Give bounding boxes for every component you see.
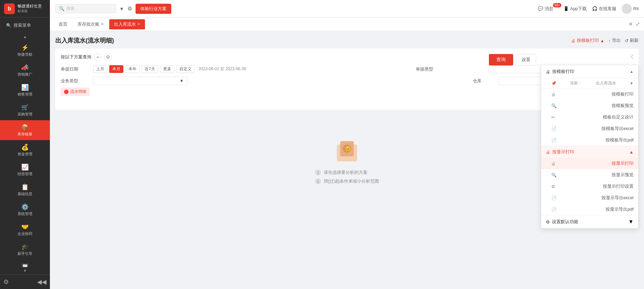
dropdown-current-arrow: ▼: [630, 81, 634, 86]
set-default-label: 设置默认功能: [552, 219, 578, 225]
sidebar-item-marketing[interactable]: 📣 营销推广: [0, 60, 50, 80]
template-print-button[interactable]: 🖨 按模板打印 ▲: [571, 37, 605, 44]
sidebar-item-inventory[interactable]: 📦 库存核算: [0, 120, 50, 140]
topbar: 🔍 搜索 ▼ ⚙ 体验行业方案 💬 消息 99+ 📱 App下载 🎧 在线客服: [50, 0, 644, 18]
step1-text: 请先选择要分析的方案: [324, 169, 368, 176]
empty-step-1: 1 请先选择要分析的方案: [315, 169, 379, 176]
app-title: 畅捷通好生意: [18, 4, 42, 9]
biz-label-area: 业务类型: [61, 78, 88, 84]
flow-tag: 🔴 流水明细: [61, 88, 89, 96]
footer-settings-icon[interactable]: ⚙: [3, 278, 9, 286]
template-custom-design-item[interactable]: ✏ 模板自定义设计: [541, 111, 638, 123]
date-btn-last-month[interactable]: 上月: [93, 65, 107, 73]
template-export-excel-item[interactable]: 📄 按模板导出excel: [541, 123, 638, 134]
template-preview-item[interactable]: 🔍 按模板预览: [541, 100, 638, 111]
tab-batch-account[interactable]: 库存批次账 ✕: [73, 19, 109, 29]
tab-expand-button[interactable]: ⤢: [636, 21, 640, 27]
scroll-down-indicator: ▼: [0, 267, 50, 274]
tab-close-all-button[interactable]: ✕: [628, 21, 633, 27]
dropdown-panel-header[interactable]: 🖨 按模板打印 ▲: [541, 65, 638, 78]
topbar-settings-icon[interactable]: ⚙: [127, 5, 132, 12]
tab-batch-account-close[interactable]: ✕: [101, 22, 104, 26]
display-preview-item[interactable]: 🔍 按显示预览: [541, 169, 638, 181]
empty-steps: 1 请先选择要分析的方案 2 用[过滤]条件来缩小分析范围: [315, 169, 379, 187]
scroll-down-icon: ▼: [23, 268, 27, 273]
settings-button[interactable]: 设置: [516, 54, 536, 65]
search-menu-item[interactable]: 🔍 搜索菜单: [3, 20, 47, 30]
tab-home[interactable]: 首页: [54, 19, 72, 29]
filter-add-button[interactable]: +: [94, 53, 101, 61]
set-default-function-item[interactable]: ⚙ 设置默认功能 ▼: [541, 215, 638, 228]
app-center-icon: 🔲: [21, 263, 29, 267]
date-field-label: 单据日期: [61, 66, 78, 72]
display-print-item[interactable]: 🖨 按显示打印: [541, 158, 638, 169]
display-export-pdf-item[interactable]: 📄 按显示导出pdf: [541, 204, 638, 215]
topbar-search-box[interactable]: 🔍 搜索: [55, 4, 116, 13]
query-button[interactable]: 查询: [489, 54, 513, 65]
industry-solution-button[interactable]: 体验行业方案: [136, 4, 171, 14]
finance-icon: 💰: [21, 143, 29, 151]
app-download-item[interactable]: 📱 App下载: [563, 6, 587, 12]
messages-item[interactable]: 💬 消息 99+: [538, 6, 558, 12]
doc-type-area: 单据类型: [416, 66, 483, 72]
app-logo-icon: b: [4, 3, 15, 14]
refresh-button[interactable]: ↺ 刷新: [625, 37, 639, 44]
date-btn-last-7[interactable]: 近7天: [142, 65, 158, 73]
sales-label: 销售管理: [18, 92, 32, 97]
page-header: 出入库流水(流水明细) 🖨 按模板打印 ▲ ↑ 导出 ↺ 刷新: [55, 36, 639, 45]
sidebar-item-base-info[interactable]: 📋 基础信息: [0, 180, 50, 200]
online-service-item[interactable]: 🎧 在线客服: [592, 6, 616, 12]
template-export-pdf-item[interactable]: 📄 按模板导出pdf: [541, 134, 638, 146]
sidebar-item-sales[interactable]: 📊 销售管理: [0, 80, 50, 100]
set-default-icon: ⚙: [546, 219, 550, 225]
export-button[interactable]: ↑ 导出: [609, 37, 621, 44]
user-avatar-item[interactable]: Rit: [622, 4, 639, 14]
topbar-dropdown-arrow[interactable]: ▼: [119, 6, 124, 11]
sys-mgmt-label: 系统管理: [18, 211, 32, 216]
export-icon: ↑: [609, 38, 611, 43]
footer-collapse-icon[interactable]: ◀◀: [37, 278, 47, 286]
tab-inout-flow-label: 出入库流水: [114, 21, 136, 27]
marketing-label: 营销推广: [18, 72, 32, 77]
biz-filter-field: ▼: [93, 77, 467, 85]
display-print-settings-item[interactable]: ⚙ 按显示打印设置: [541, 181, 638, 192]
sidebar-item-sys-mgmt[interactable]: ⚙️ 系统管理: [0, 200, 50, 220]
filter-collapse-icon[interactable]: 《: [628, 54, 633, 60]
finance-label: 资金管理: [18, 152, 32, 157]
page-actions: 🖨 按模板打印 ▲ ↑ 导出 ↺ 刷新: [571, 37, 639, 44]
tab-inout-flow-close[interactable]: ✕: [137, 22, 140, 26]
content-area: 出入库流水(流水明细) 🖨 按模板打印 ▲ ↑ 导出 ↺ 刷新: [50, 31, 644, 289]
sidebar-item-guide[interactable]: 🎓 新手引导: [0, 240, 50, 260]
step2-number: 2: [315, 178, 321, 184]
display-export-excel-item[interactable]: 📄 按显示导出excel: [541, 192, 638, 204]
date-btn-custom[interactable]: 自定义: [176, 65, 195, 73]
refresh-label: 刷新: [630, 37, 639, 44]
biz-type-dropdown-icon: ▼: [179, 78, 184, 83]
operations-label: 经营管理: [18, 172, 32, 177]
collab-icon: 🤝: [21, 223, 29, 231]
sidebar-item-app-center[interactable]: 🔲 应用中心: [0, 260, 50, 267]
template-preview-icon: 🔍: [551, 103, 557, 108]
messages-badge: 99+: [553, 3, 561, 7]
guide-label: 新手引导: [18, 251, 32, 256]
template-print-section-item[interactable]: 🖨 按模板打印: [541, 88, 638, 100]
sidebar-item-operations[interactable]: 📈 经营管理: [0, 160, 50, 180]
date-label-area: 单据日期: [61, 66, 88, 72]
sidebar-item-quick-nav[interactable]: ⚡ 快捷导航: [0, 41, 50, 60]
username-label: Rit: [633, 6, 639, 11]
sidebar-item-purchase[interactable]: 🛒 采购管理: [0, 100, 50, 120]
sidebar-item-collab[interactable]: 🤝 企业协同: [0, 220, 50, 240]
template-print-sec-label: 按模板打印: [612, 91, 634, 97]
filter-header: 按以下方案查询 + ⚙ 《: [61, 53, 633, 61]
topbar-right: 💬 消息 99+ 📱 App下载 🎧 在线客服 Rit: [538, 4, 639, 14]
sidebar-item-finance[interactable]: 💰 资金管理: [0, 140, 50, 160]
online-service-label: 在线客服: [599, 6, 616, 12]
scroll-up-icon: ▲: [23, 34, 27, 39]
date-btn-more[interactable]: 更多: [160, 65, 174, 73]
filter-settings-button[interactable]: ⚙: [104, 53, 112, 61]
display-print-section-header[interactable]: 🖨 按显示打印 ▲: [541, 146, 638, 158]
date-btn-this-month[interactable]: 本月: [109, 65, 123, 73]
date-btn-this-year[interactable]: 本年: [125, 65, 140, 73]
biz-type-select[interactable]: ▼: [93, 77, 187, 85]
tab-inout-flow[interactable]: 出入库流水 ✕: [109, 19, 145, 29]
